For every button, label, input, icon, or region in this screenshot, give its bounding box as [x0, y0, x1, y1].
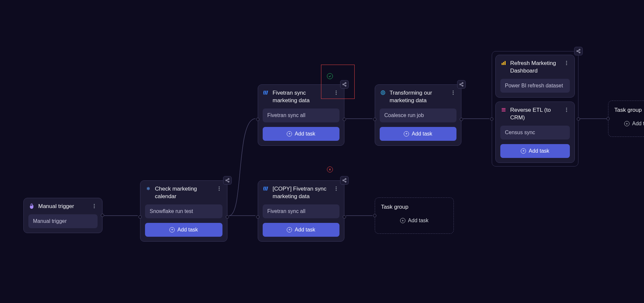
task-pill[interactable]: Snowflake run test: [145, 204, 222, 218]
output-port[interactable]: [101, 214, 104, 217]
node-title: Manual trigger: [38, 203, 88, 210]
svg-point-23: [343, 180, 344, 181]
add-task-button[interactable]: + Add task: [380, 127, 456, 141]
snowflake-icon: ❄: [145, 185, 152, 192]
svg-rect-52: [505, 61, 506, 65]
node-check-calendar[interactable]: ❄ Check marketing calendar Snowflake run…: [140, 180, 227, 242]
plus-circle-icon: +: [400, 218, 405, 223]
svg-point-1: [94, 206, 95, 207]
task-pill[interactable]: Fivetran sync all: [263, 204, 339, 218]
svg-point-22: [345, 178, 346, 180]
svg-point-54: [566, 63, 567, 64]
svg-point-32: [336, 190, 337, 191]
add-task-button[interactable]: + Add task: [263, 127, 339, 141]
node-right-column[interactable]: Refresh Marketing Dashboard Power BI ref…: [492, 51, 578, 167]
svg-point-46: [577, 50, 578, 52]
more-icon[interactable]: [91, 203, 98, 209]
svg-point-57: [566, 109, 567, 110]
task-pill[interactable]: Census sync: [500, 126, 570, 139]
plus-circle-icon: +: [404, 131, 409, 136]
task-pill[interactable]: Power BI refresh dataset: [500, 79, 570, 93]
svg-rect-29: [266, 187, 268, 191]
node-fivetran-copy[interactable]: [COPY] Fivetran sync marketing data Five…: [258, 180, 344, 242]
input-port[interactable]: [490, 117, 493, 121]
more-icon[interactable]: [563, 106, 570, 113]
add-task-label: Add task: [295, 227, 315, 233]
more-icon[interactable]: [563, 60, 570, 66]
share-icon[interactable]: [457, 80, 466, 89]
input-port[interactable]: [373, 214, 376, 217]
svg-line-26: [344, 181, 345, 181]
share-icon[interactable]: [223, 176, 232, 185]
add-task-label: Add task: [529, 148, 549, 154]
share-icon[interactable]: [574, 47, 583, 55]
svg-point-37: [462, 85, 463, 86]
svg-rect-28: [264, 187, 266, 191]
task-pill[interactable]: Manual trigger: [28, 214, 98, 228]
add-task-label: Add task: [408, 218, 428, 224]
input-port[interactable]: [256, 215, 259, 219]
svg-line-49: [578, 51, 579, 52]
output-port[interactable]: [343, 118, 346, 121]
svg-point-41: [382, 92, 384, 93]
svg-point-10: [219, 190, 220, 191]
svg-point-4: [226, 180, 227, 181]
svg-line-48: [578, 50, 579, 51]
input-port[interactable]: [138, 215, 142, 219]
add-task-button[interactable]: + Add task: [614, 117, 644, 131]
fivetran-icon: [263, 89, 269, 96]
output-port[interactable]: [226, 215, 229, 219]
svg-point-24: [345, 181, 346, 182]
svg-point-47: [579, 52, 580, 53]
svg-line-7: [227, 181, 228, 181]
svg-rect-18: [266, 91, 268, 95]
svg-point-43: [453, 92, 454, 93]
add-task-button[interactable]: + Add task: [145, 223, 222, 237]
svg-point-9: [219, 188, 220, 189]
add-task-label: Add task: [295, 131, 315, 137]
coalesce-icon: [380, 89, 386, 96]
svg-line-38: [461, 83, 462, 84]
more-icon[interactable]: [216, 185, 222, 192]
node-title: Reverse ETL (to CRM): [510, 106, 560, 122]
input-port[interactable]: [256, 118, 259, 121]
plus-circle-icon: +: [287, 131, 292, 136]
add-task-button[interactable]: + Add task: [381, 214, 448, 227]
task-pill[interactable]: Fivetran sync all: [263, 108, 339, 122]
add-task-label: Add task: [632, 121, 644, 127]
input-port[interactable]: [606, 117, 610, 120]
task-pill[interactable]: Coalesce run job: [380, 108, 456, 122]
output-port[interactable]: [343, 215, 346, 219]
svg-point-53: [566, 61, 567, 62]
plus-circle-icon: +: [169, 227, 175, 232]
node-manual-trigger[interactable]: Manual trigger Manual trigger: [23, 198, 102, 233]
output-port[interactable]: [577, 117, 580, 121]
share-icon[interactable]: [340, 176, 349, 185]
node-title: Refresh Marketing Dashboard: [510, 60, 560, 75]
powerbi-icon: [500, 60, 507, 66]
svg-point-36: [460, 84, 461, 85]
plus-circle-icon: +: [521, 148, 526, 154]
node-task-group-2[interactable]: Task group + Add task: [608, 101, 644, 137]
svg-rect-50: [502, 63, 503, 65]
plus-circle-icon: +: [287, 227, 292, 232]
add-task-button[interactable]: + Add task: [500, 144, 570, 158]
node-transforming[interactable]: Transforming our marketing data Coalesce…: [375, 84, 461, 146]
node-task-group-1[interactable]: Task group + Add task: [375, 197, 454, 234]
node-title: Check marketing calendar: [155, 185, 213, 200]
output-port[interactable]: [460, 118, 463, 121]
input-port[interactable]: [373, 118, 376, 121]
node-refresh-dashboard[interactable]: Refresh Marketing Dashboard Power BI ref…: [495, 55, 575, 98]
node-reverse-etl[interactable]: Reverse ETL (to CRM) Census sync + Add t…: [495, 102, 575, 163]
more-icon[interactable]: [450, 89, 456, 96]
svg-point-56: [566, 107, 567, 108]
svg-point-42: [453, 91, 454, 92]
more-icon[interactable]: [333, 185, 339, 192]
svg-point-30: [336, 187, 337, 188]
group-title: Task group: [381, 204, 448, 210]
svg-point-2: [94, 207, 95, 208]
add-task-button[interactable]: + Add task: [263, 223, 339, 237]
add-task-label: Add task: [412, 131, 432, 137]
svg-rect-17: [264, 91, 266, 95]
selection-box: [321, 65, 355, 99]
